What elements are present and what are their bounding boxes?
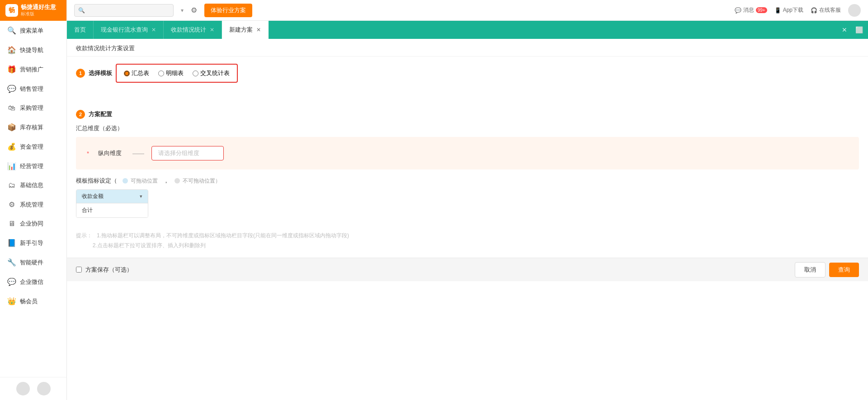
dimension-title: 汇总维度（必选） <box>76 124 859 132</box>
dimension-select[interactable]: 请选择分组维度 <box>151 146 224 160</box>
tab-new-plan-label: 新建方案 <box>229 26 253 34</box>
tab-new-plan[interactable]: 新建方案 ✕ <box>222 21 269 39</box>
footer: 方案保存（可选） 取消 查询 <box>67 258 868 281</box>
tab-maximize-button[interactable]: ⬜ <box>854 24 864 35</box>
metrics-hint-draggable-text: 可拖动位置 <box>131 177 158 185</box>
search-icon: 🔍 <box>78 7 85 14</box>
sidebar-item-sales[interactable]: 💬 销售管理 <box>0 79 66 99</box>
metrics-hint-draggable: 可拖动位置 <box>123 177 158 185</box>
tab-bar: 首页 现金银行流水查询 ✕ 收款情况统计 ✕ 新建方案 ✕ ✕ ⬜ <box>67 21 868 39</box>
sidebar-item-marketing[interactable]: 🎁 营销推广 <box>0 60 66 79</box>
sidebar-item-purchase[interactable]: 🛍 采购管理 <box>0 99 66 118</box>
step1-label: 1 选择模板 汇总表 明细表 交叉统计表 <box>76 64 238 83</box>
header-right: 💬 消息 99+ 📱 App下载 🎧 在线客服 <box>735 4 861 17</box>
marketing-icon: 🎁 <box>7 65 16 74</box>
template-detail-label: 明细表 <box>166 69 184 77</box>
sidebar-item-member[interactable]: 👑 畅会员 <box>0 292 66 311</box>
cancel-button[interactable]: 取消 <box>795 262 826 278</box>
trial-industry-button[interactable]: 体验行业方案 <box>204 4 252 17</box>
sidebar-item-beginner[interactable]: 📘 新手引导 <box>0 233 66 253</box>
tab-home[interactable]: 首页 <box>67 21 94 39</box>
metrics-table: 收款金额 ▾ 合计 <box>76 189 148 218</box>
content-area: 收款情况统计方案设置 1 选择模板 汇总表 明细表 交 <box>67 39 868 400</box>
user-avatar[interactable] <box>848 4 861 17</box>
settings-icon[interactable]: ⚙ <box>191 6 197 14</box>
metrics-header[interactable]: 收款金额 ▾ <box>76 190 148 203</box>
tab-cash-bank-close[interactable]: ✕ <box>151 27 156 33</box>
sidebar-item-operations[interactable]: 📊 经营管理 <box>0 156 66 176</box>
logo-sub: 标准版 <box>21 11 56 17</box>
tab-cash-bank[interactable]: 现金银行流水查询 ✕ <box>94 21 164 39</box>
step1-title: 选择模板 <box>89 69 112 77</box>
sidebar-item-quick-nav[interactable]: 🏠 快捷导航 <box>0 40 66 60</box>
tab-bar-actions: ✕ ⬜ <box>835 21 868 39</box>
template-cross-input[interactable] <box>193 71 198 76</box>
save-plan-checkbox[interactable] <box>76 267 82 273</box>
template-summary-input[interactable] <box>124 71 130 76</box>
smart-hw-icon: 🔧 <box>7 258 16 267</box>
metrics-section-label: 模板指标设定（ <box>76 177 117 185</box>
tab-new-plan-close[interactable]: ✕ <box>256 27 261 33</box>
inventory-icon: 📦 <box>7 123 16 132</box>
dimension-area: * 纵向维度 —— 请选择分组维度 <box>76 137 859 169</box>
online-service-button[interactable]: 🎧 在线客服 <box>811 6 841 14</box>
sidebar-logo: 畅 畅捷通好生意 标准版 <box>0 0 66 21</box>
system-icon: ⚙ <box>7 200 16 209</box>
corp-collab-icon: 🖥 <box>7 220 16 228</box>
quick-nav-icon: 🏠 <box>7 46 16 54</box>
top-header: 🔍 ▾ ⚙ 体验行业方案 💬 消息 99+ 📱 App下载 🎧 在线客服 <box>67 0 868 21</box>
sidebar-avatar[interactable] <box>16 382 30 395</box>
tips-line2: 2.点击标题栏下拉可设置排序、插入列和删除列 <box>76 241 859 251</box>
sidebar-item-search-menu[interactable]: 🔍 搜索菜单 <box>0 21 66 40</box>
sidebar-label: 智能硬件 <box>20 259 43 267</box>
sidebar-item-smart-hw[interactable]: 🔧 智能硬件 <box>0 253 66 272</box>
corp-wechat-icon: 💬 <box>7 278 16 286</box>
dimension-arrow: —— <box>132 150 144 157</box>
messages-badge: 99+ <box>756 7 767 13</box>
header-search-box[interactable]: 🔍 <box>74 4 174 17</box>
tips-text1: 1.拖动标题栏可以调整布局，不可跨维度或指标区域拖动栏目字段(只能在同一维度或指… <box>97 232 349 239</box>
tips-area: 提示： 1.拖动标题栏可以调整布局，不可跨维度或指标区域拖动栏目字段(只能在同一… <box>76 231 859 250</box>
tips-indent <box>76 242 91 249</box>
sidebar-bottom <box>0 377 66 400</box>
sidebar-avatar2[interactable] <box>37 382 51 395</box>
header-dropdown[interactable]: ▾ <box>181 7 184 14</box>
template-summary-radio[interactable]: 汇总表 <box>124 69 149 77</box>
sidebar-item-finance[interactable]: 💰 资金管理 <box>0 137 66 156</box>
sidebar-item-corp-collab[interactable]: 🖥 企业协同 <box>0 214 66 233</box>
query-button[interactable]: 查询 <box>829 263 859 277</box>
vertical-dimension-row: * 纵向维度 —— 请选择分组维度 <box>87 146 848 160</box>
sidebar-item-basic-info[interactable]: 🗂 基础信息 <box>0 176 66 195</box>
template-summary-label: 汇总表 <box>132 69 149 77</box>
online-service-icon: 🎧 <box>811 7 817 14</box>
template-cross-radio[interactable]: 交叉统计表 <box>193 69 230 77</box>
sidebar-label: 销售管理 <box>20 85 43 93</box>
dimension-placeholder: 请选择分组维度 <box>158 149 199 157</box>
sidebar-item-system[interactable]: ⚙ 系统管理 <box>0 195 66 214</box>
sidebar-label: 企业微信 <box>20 278 43 286</box>
sales-icon: 💬 <box>7 85 16 93</box>
tab-close-window-button[interactable]: ✕ <box>839 24 850 35</box>
app-download-label: App下载 <box>783 6 803 14</box>
sidebar-label: 畅会员 <box>20 297 38 306</box>
app-download-button[interactable]: 📱 App下载 <box>774 6 803 14</box>
sidebar-item-inventory[interactable]: 📦 库存核算 <box>0 118 66 137</box>
logo-text: 畅捷通好生意 <box>21 4 56 11</box>
template-detail-input[interactable] <box>158 71 164 76</box>
sidebar-label: 经营管理 <box>20 162 43 170</box>
sidebar: 畅 畅捷通好生意 标准版 🔍 搜索菜单 🏠 快捷导航 🎁 营销推广 💬 销售管理… <box>0 0 67 400</box>
template-detail-radio[interactable]: 明细表 <box>158 69 184 77</box>
messages-button[interactable]: 💬 消息 99+ <box>735 6 767 14</box>
sidebar-item-corp-wechat[interactable]: 💬 企业微信 <box>0 272 66 292</box>
step2-title: 方案配置 <box>89 110 112 118</box>
sidebar-label: 采购管理 <box>20 104 43 112</box>
sidebar-label: 新手引导 <box>20 239 43 247</box>
required-mark: * <box>87 150 89 157</box>
online-service-label: 在线客服 <box>819 6 841 14</box>
metrics-chevron-icon: ▾ <box>140 193 142 199</box>
tab-receipt-stats-close[interactable]: ✕ <box>210 27 214 33</box>
sidebar-label: 库存核算 <box>20 123 43 132</box>
sidebar-label: 系统管理 <box>20 201 43 209</box>
tab-receipt-stats[interactable]: 收款情况统计 ✕ <box>164 21 222 39</box>
app-download-icon: 📱 <box>774 7 781 14</box>
